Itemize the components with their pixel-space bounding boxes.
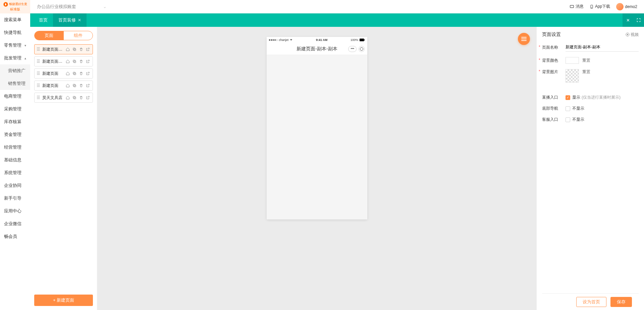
home-icon[interactable]	[65, 83, 70, 88]
home-icon[interactable]	[65, 95, 70, 100]
sidebar-item-1[interactable]: 快捷导航	[0, 26, 30, 39]
drag-icon[interactable]: ☰	[37, 95, 40, 100]
tab-close-all-button[interactable]: ✕	[623, 13, 633, 27]
bg-image-label: 背景图片	[542, 69, 566, 75]
page-item-3[interactable]: ☰新建页面	[34, 81, 93, 91]
sidebar-item-11[interactable]: 基础信息	[0, 154, 30, 166]
logo: 畅捷通好生意 标准版	[0, 0, 30, 13]
save-button[interactable]: 保存	[610, 297, 632, 307]
svg-rect-5	[73, 48, 75, 50]
delete-icon[interactable]	[78, 83, 84, 88]
sidebar-item-6[interactable]: 电商管理	[0, 90, 30, 103]
user-menu[interactable]: demo2	[616, 3, 637, 10]
components-drawer-toggle[interactable]	[518, 33, 530, 45]
share-icon[interactable]	[85, 59, 91, 64]
close-icon[interactable]: ✕	[78, 18, 81, 22]
page-item-0[interactable]: ☰新建页面-副本...	[34, 44, 93, 54]
tab-bar: 首页 首页装修 ✕ ✕	[30, 13, 644, 27]
tab-home[interactable]: 首页	[34, 13, 53, 27]
svg-rect-11	[73, 84, 75, 86]
target-icon	[359, 46, 365, 52]
home-icon[interactable]	[65, 71, 70, 76]
svg-rect-12	[74, 97, 76, 99]
page-list-panel: 页面 组件 ☰新建页面-副本...☰新建页面-副本☰新建页面☰新建页面☰昊天文具…	[30, 27, 97, 310]
sidebar-item-5[interactable]: 销售管理	[0, 77, 30, 90]
app-download-button[interactable]: App下载	[590, 4, 610, 9]
svg-rect-7	[73, 60, 75, 62]
sidebar-item-17[interactable]: 畅会员	[0, 230, 30, 243]
sidebar-item-8[interactable]: 库存核算	[0, 115, 30, 128]
seg-pages[interactable]: 页面	[35, 31, 64, 40]
top-bar: 畅捷通好生意 标准版 办公品行业模拟账套 ⌄ 消息 App下载 demo2	[0, 0, 644, 13]
phone-preview: ●●●●○ chanjet 9:41 AM 100%	[267, 37, 367, 219]
sidebar-item-9[interactable]: 资金管理	[0, 128, 30, 141]
share-icon[interactable]	[85, 95, 91, 100]
bg-image-reset[interactable]: 重置	[582, 69, 590, 75]
sidebar-item-16[interactable]: 企业微信	[0, 217, 30, 230]
account-set-selector[interactable]: 办公品行业模拟账套 ⌄	[37, 4, 107, 10]
sidebar-item-10[interactable]: 经营管理	[0, 141, 30, 154]
bg-color-swatch[interactable]	[566, 57, 579, 64]
drag-icon[interactable]: ☰	[37, 71, 40, 76]
sidebar-item-15[interactable]: 应用中心	[0, 205, 30, 217]
copy-icon[interactable]	[72, 59, 77, 64]
messages-button[interactable]: 消息	[570, 4, 584, 9]
tab-page-decor[interactable]: 首页装修 ✕	[53, 13, 87, 27]
seg-components[interactable]: 组件	[64, 31, 93, 40]
brand-name: 畅捷通好生意	[9, 2, 27, 6]
chevron-down-icon: ⌄	[103, 4, 107, 9]
delete-icon[interactable]	[78, 71, 84, 76]
new-page-button[interactable]: + 新建页面	[34, 295, 93, 306]
settings-footer: 设为首页 保存	[542, 293, 639, 310]
page-item-4[interactable]: ☰昊天文具店	[34, 93, 93, 103]
share-icon[interactable]	[85, 47, 91, 52]
bg-image-picker[interactable]	[566, 69, 579, 83]
sidebar-item-4[interactable]: 营销推广	[0, 64, 30, 77]
drag-icon[interactable]: ☰	[37, 59, 40, 64]
fullscreen-button[interactable]	[633, 13, 644, 27]
copy-icon[interactable]	[72, 83, 77, 88]
home-icon[interactable]	[65, 59, 70, 64]
page-name-input[interactable]	[566, 43, 639, 52]
sidebar-item-7[interactable]: 采购管理	[0, 103, 30, 115]
sidebar: 搜索菜单快捷导航零售管理▾批发管理▴营销推广销售管理电商管理采购管理库存核算资金…	[0, 13, 30, 310]
sidebar-item-12[interactable]: 系统管理	[0, 166, 30, 179]
delete-icon[interactable]	[78, 59, 84, 64]
live-entry-checkbox[interactable]: ✓	[566, 95, 570, 100]
sidebar-item-14[interactable]: 新手引导	[0, 192, 30, 205]
copy-icon[interactable]	[72, 95, 77, 100]
video-tutorial-link[interactable]: 视频	[626, 32, 639, 38]
settings-title: 页面设置	[542, 32, 561, 38]
brand-icon	[3, 2, 8, 7]
bottom-nav-label: 底部导航	[542, 106, 566, 111]
bg-color-label: 背景颜色	[542, 58, 566, 63]
caret-icon: ▴	[24, 56, 26, 60]
sidebar-item-13[interactable]: 企业协同	[0, 179, 30, 192]
service-entry-label: 客服入口	[542, 117, 566, 122]
bg-color-reset[interactable]: 重置	[582, 58, 590, 63]
share-icon[interactable]	[85, 71, 91, 76]
signal-icon: ●●●●○	[269, 38, 278, 42]
copy-icon[interactable]	[72, 71, 77, 76]
copy-icon[interactable]	[72, 47, 77, 52]
phone-icon	[590, 4, 594, 9]
svg-rect-1	[570, 5, 574, 7]
bottom-nav-checkbox[interactable]	[566, 106, 570, 111]
delete-icon[interactable]	[78, 95, 84, 100]
drag-icon[interactable]: ☰	[37, 47, 40, 52]
sidebar-item-0[interactable]: 搜索菜单	[0, 13, 30, 26]
sidebar-item-3[interactable]: 批发管理▴	[0, 52, 30, 64]
home-icon[interactable]	[65, 47, 70, 52]
drag-icon[interactable]: ☰	[37, 83, 40, 88]
delete-icon[interactable]	[78, 47, 84, 52]
sidebar-item-2[interactable]: 零售管理▾	[0, 39, 30, 52]
service-entry-checkbox[interactable]	[566, 117, 570, 122]
svg-rect-13	[73, 96, 75, 98]
share-icon[interactable]	[85, 83, 91, 88]
svg-rect-4	[74, 49, 76, 51]
page-item-2[interactable]: ☰新建页面	[34, 68, 93, 79]
page-item-1[interactable]: ☰新建页面-副本	[34, 56, 93, 66]
set-home-button[interactable]: 设为首页	[576, 297, 606, 307]
page-name-label: 页面名称	[542, 45, 566, 50]
account-set-name: 办公品行业模拟账套	[37, 4, 76, 10]
